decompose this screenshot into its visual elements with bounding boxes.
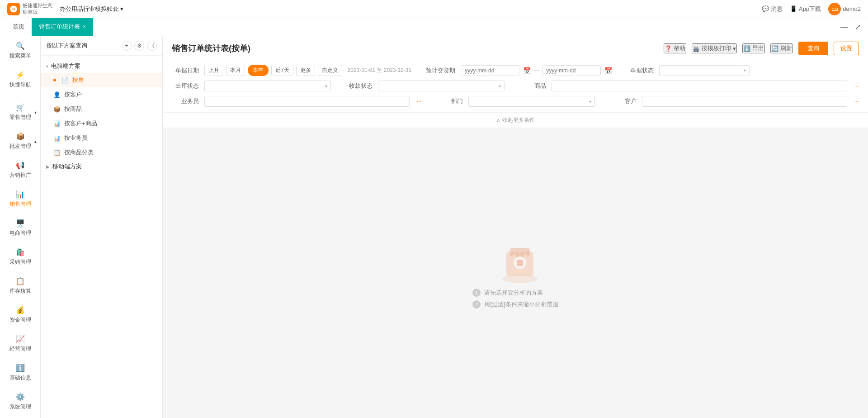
date-btn-this-month[interactable]: 本月	[226, 65, 245, 76]
goods-more-btn[interactable]: ···	[854, 83, 859, 89]
sales-icon: 📊	[16, 190, 25, 199]
system-icon: ⚙️	[16, 393, 25, 401]
setting-button[interactable]: 设置	[834, 42, 859, 55]
collapse-panel-button[interactable]: 《	[147, 41, 157, 51]
tab-home[interactable]: 首页	[5, 18, 32, 36]
sidebar-item-corp[interactable]: 🤝 企业协同	[0, 416, 40, 418]
sidebar-item-operation[interactable]: 📈 经营管理	[0, 329, 40, 358]
expected-date-end[interactable]	[542, 65, 601, 76]
salesperson-input[interactable]	[204, 96, 410, 107]
svg-point-6	[524, 255, 527, 257]
sidebar-item-ecommerce[interactable]: 🖥️ 电商管理	[0, 214, 40, 242]
status-select-wrapper: ▾	[659, 65, 750, 76]
date-btn-7days[interactable]: 近7天	[271, 65, 293, 76]
refresh-button[interactable]: 🔄 刷新	[770, 43, 793, 53]
settings-scheme-button[interactable]: ⚙	[134, 41, 144, 51]
tree-item-by-category[interactable]: 📋 按商品分类	[41, 145, 162, 160]
date-btn-more[interactable]: 更多	[296, 65, 315, 76]
empty-illustration	[493, 238, 538, 283]
brand-name: 畅捷通好生意 标准版	[23, 3, 52, 14]
export-button[interactable]: ⬇️ 导出	[742, 43, 765, 53]
help-button[interactable]: ❓ 帮助	[664, 43, 686, 53]
sidebar-item-search-menu[interactable]: 🔍 搜索菜单	[0, 36, 40, 65]
svg-rect-4	[517, 260, 523, 266]
refresh-icon: 🔄	[771, 45, 778, 52]
tree-group-pc[interactable]: ▾ 电脑端方案	[41, 59, 162, 73]
svg-rect-2	[510, 248, 530, 257]
delivery-status-wrapper: ▾	[204, 81, 331, 91]
delivery-status-select[interactable]	[204, 81, 331, 91]
caret-down-icon: ▾	[46, 64, 48, 69]
sidebar-item-sales[interactable]: 📊 销售管理	[0, 185, 40, 214]
status-select[interactable]	[659, 65, 750, 76]
customer-input[interactable]	[642, 96, 847, 107]
calendar-icon-2[interactable]: 📅	[604, 67, 612, 74]
message-button[interactable]: 💬 消息	[762, 5, 783, 13]
query-button[interactable]: 查询	[798, 42, 828, 55]
order-icon: 📄	[61, 76, 69, 84]
date-btn-last-month[interactable]: 上月	[204, 65, 223, 76]
wholesale-icon: 📦	[16, 132, 25, 141]
flash-icon: ⚡	[16, 71, 25, 79]
sidebar-item-wholesale[interactable]: 📦 批发管理 ▴	[0, 127, 40, 156]
salesperson-label: 业务员	[172, 97, 199, 105]
collapse-icon: ∧	[496, 117, 500, 124]
empty-hint-2: 2 用[过滤]条件来缩小分析范围	[472, 300, 558, 309]
tree-item-by-order[interactable]: 📄 按单	[41, 73, 162, 87]
expected-date-input-group: 📅 — 📅	[461, 65, 612, 76]
salesperson-more-btn[interactable]: ···	[417, 98, 421, 104]
sidebar-item-quick-nav[interactable]: ⚡ 快捷导航	[0, 65, 40, 94]
tab-expand-button[interactable]: ⤢	[853, 21, 863, 33]
tree-section: ▾ 电脑端方案 📄 按单 👤 按客户 📦 按商品 📊	[41, 56, 162, 177]
add-scheme-button[interactable]: +	[122, 41, 132, 51]
filter-row-3: 业务员 ··· 部门 ▾ 客户 ···	[172, 96, 859, 107]
date-label: 单据日期	[172, 66, 199, 75]
chevron-down-icon: ▾	[120, 5, 123, 12]
tab-sales-order[interactable]: 销售订单统计表 ×	[32, 18, 93, 36]
tree-item-by-customer[interactable]: 👤 按客户	[41, 87, 162, 102]
department-select[interactable]	[468, 96, 595, 107]
date-range-text: 2023-01-01 至 2023-12-31	[348, 66, 411, 74]
sidebar-item-retail[interactable]: 🛒 零售管理 ▾	[0, 98, 40, 127]
tree-item-by-goods[interactable]: 📦 按商品	[41, 102, 162, 116]
customer-more-btn[interactable]: ···	[854, 98, 859, 104]
brand-icon	[7, 3, 20, 15]
tab-bar-actions: — ⤢	[839, 21, 868, 33]
export-icon: ⬇️	[743, 45, 750, 52]
app-download-button[interactable]: 📱 App下载	[790, 5, 821, 13]
page-title: 销售订单统计表(按单)	[172, 43, 250, 54]
goods-icon: 📦	[53, 105, 61, 113]
tree-item-by-customer-goods[interactable]: 📊 按客户+商品	[41, 116, 162, 131]
goods-input[interactable]	[552, 81, 847, 91]
hint-num-1: 1	[472, 289, 481, 297]
sidebar-item-system[interactable]: ⚙️ 系统管理	[0, 387, 40, 416]
date-btn-custom[interactable]: 自定义	[318, 65, 342, 76]
calendar-icon-1[interactable]: 📅	[523, 67, 531, 74]
date-btn-group: 上月 本月 本年 近7天 更多 自定义	[204, 65, 342, 76]
sidebar-item-marketing[interactable]: 📢 营销推广	[0, 156, 40, 185]
tree-group-mobile[interactable]: ▶ 移动端方案	[41, 160, 162, 173]
collapse-bar[interactable]: ∧ 收起更多条件	[163, 113, 868, 128]
customer-label: 客户	[609, 97, 637, 105]
sidebar-item-inventory[interactable]: 📋 库存核算	[0, 271, 40, 300]
payment-status-wrapper: ▾	[378, 81, 505, 91]
svg-point-5	[513, 255, 516, 257]
print-button[interactable]: 🖨️ 按模板打印 ▾	[692, 43, 737, 53]
sidebar-item-finance[interactable]: 💰 资金管理	[0, 300, 40, 329]
date-btn-this-year[interactable]: 本年	[248, 65, 269, 76]
tab-minimize-button[interactable]: —	[839, 21, 849, 33]
expected-date-label: 预计交货期	[426, 66, 455, 75]
workspace-selector[interactable]: 办公用品行业模拟账套 ▾	[56, 5, 127, 13]
sidebar-item-purchase[interactable]: 🛍️ 采购管理	[0, 242, 40, 271]
tab-close-icon[interactable]: ×	[83, 24, 86, 30]
sidebar-item-base[interactable]: ℹ️ 基础信息	[0, 358, 40, 387]
expected-date-start[interactable]	[461, 65, 519, 76]
ecommerce-icon: 🖥️	[16, 219, 25, 228]
payment-status-select[interactable]	[378, 81, 505, 91]
operation-icon: 📈	[16, 335, 25, 343]
retail-icon: 🛒	[16, 103, 25, 112]
left-panel: 按以下方案查询 + ⚙ 《 ▾ 电脑端方案 📄 按单 👤	[41, 36, 163, 418]
purchase-icon: 🛍️	[16, 248, 25, 256]
user-menu[interactable]: Ea demo2	[828, 3, 861, 15]
tree-item-by-salesperson[interactable]: 📊 按业务员	[41, 131, 162, 145]
